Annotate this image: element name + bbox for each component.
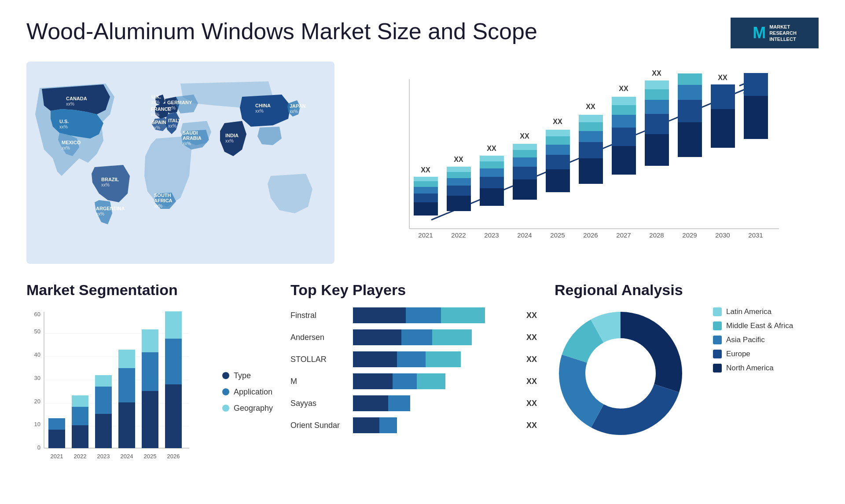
regional-title: Regional Analysis: [555, 281, 819, 299]
player-bar-orient-sundar: [353, 417, 518, 433]
player-bar-sayyas-s1: [353, 395, 388, 411]
legend-application: Application: [222, 387, 273, 397]
svg-rect-124: [72, 425, 88, 448]
svg-text:xx%: xx%: [62, 146, 70, 150]
svg-text:SOUTH: SOUTH: [154, 193, 171, 198]
player-bar-sayyas-s2: [388, 395, 410, 411]
svg-text:XX: XX: [750, 70, 761, 72]
seg-legend: Type Application Geography: [218, 371, 273, 413]
svg-text:xx%: xx%: [96, 212, 104, 216]
legend-geography-dot: [222, 405, 229, 412]
player-bar-finstral-s1: [353, 307, 406, 323]
svg-text:2022: 2022: [74, 453, 87, 460]
legend-europe-color: [713, 350, 722, 358]
svg-rect-46: [447, 178, 471, 186]
svg-rect-45: [447, 186, 471, 196]
svg-rect-142: [165, 311, 182, 339]
player-bar-andersen-s2: [401, 329, 432, 345]
legend-north-america: North America: [713, 364, 793, 373]
seg-chart-area: 0 10 20 30 40 50 60: [26, 307, 273, 476]
player-bar-m-s1: [353, 373, 393, 389]
svg-text:2025: 2025: [550, 231, 565, 239]
svg-text:2024: 2024: [121, 453, 133, 460]
svg-rect-79: [612, 146, 636, 175]
svg-text:xx%: xx%: [183, 141, 191, 146]
player-name-stollar: STOLLAR: [290, 355, 348, 364]
svg-rect-137: [142, 352, 158, 391]
svg-text:xx%: xx%: [290, 109, 298, 114]
svg-text:2029: 2029: [682, 231, 697, 239]
svg-rect-67: [546, 145, 570, 155]
legend-application-dot: [222, 388, 229, 395]
svg-rect-87: [645, 114, 669, 134]
svg-rect-82: [612, 105, 636, 115]
svg-rect-72: [579, 158, 603, 184]
svg-text:CANADA: CANADA: [66, 96, 87, 101]
svg-rect-51: [480, 188, 504, 206]
svg-text:2027: 2027: [616, 231, 631, 239]
svg-text:2031: 2031: [748, 231, 763, 239]
player-bar-andersen: [353, 329, 518, 345]
svg-text:U.K.: U.K.: [151, 94, 161, 99]
player-row-stollar: STOLLAR XX: [290, 351, 537, 367]
top-section: CANADA xx% U.S. xx% MEXICO xx% BRAZIL xx…: [26, 62, 819, 264]
svg-rect-121: [48, 430, 65, 448]
regional-legend: Latin America Middle East & Africa Asia …: [713, 307, 793, 373]
players-list: Finstral XX Andersen: [290, 307, 537, 433]
player-name-sayyas: Sayyas: [290, 399, 348, 408]
player-value-finstral: XX: [526, 311, 537, 320]
svg-text:2026: 2026: [167, 453, 180, 460]
svg-text:40: 40: [34, 351, 40, 358]
svg-text:CHINA: CHINA: [255, 103, 271, 108]
logo-line2: RESEARCH: [769, 30, 797, 36]
page-container: Wood-Aluminum Windows Market Size and Sc…: [0, 0, 845, 504]
svg-text:MEXICO: MEXICO: [62, 140, 81, 145]
player-bar-orient-sundar-s2: [379, 417, 397, 433]
player-bar-orient-sundar-s1: [353, 417, 379, 433]
legend-middle-east-africa-label: Middle East & Africa: [726, 321, 793, 330]
legend-europe-label: Europe: [726, 350, 750, 358]
segmentation-container: Market Segmentation 0 10 20 30 40 50: [26, 281, 273, 504]
svg-text:2024: 2024: [517, 231, 532, 239]
logo-line1: MARKET: [769, 24, 797, 30]
svg-text:GERMANY: GERMANY: [167, 100, 192, 105]
svg-text:JAPAN: JAPAN: [290, 103, 306, 109]
svg-text:2021: 2021: [418, 231, 433, 239]
svg-rect-40: [414, 181, 438, 187]
svg-rect-90: [645, 80, 669, 89]
player-bar-stollar-s3: [426, 351, 461, 367]
svg-text:XX: XX: [685, 70, 694, 72]
player-bar-sayyas: [353, 395, 518, 411]
bottom-section: Market Segmentation 0 10 20 30 40 50: [26, 281, 819, 504]
svg-text:20: 20: [34, 398, 40, 405]
players-title: Top Key Players: [290, 281, 537, 299]
svg-rect-81: [612, 115, 636, 128]
svg-rect-132: [118, 402, 135, 448]
legend-middle-east-africa: Middle East & Africa: [713, 321, 793, 330]
player-bar-finstral: [353, 307, 518, 323]
svg-text:xx%: xx%: [225, 139, 234, 143]
svg-text:xx%: xx%: [101, 183, 110, 187]
regional-inner: Latin America Middle East & Africa Asia …: [555, 307, 819, 439]
svg-rect-41: [414, 177, 438, 181]
player-bar-stollar-s1: [353, 351, 397, 367]
svg-text:XX: XX: [586, 103, 595, 110]
logo-letter: M: [753, 24, 766, 42]
player-value-stollar: XX: [526, 355, 537, 364]
svg-text:XX: XX: [553, 118, 562, 125]
legend-geography: Geography: [222, 404, 273, 413]
svg-rect-37: [414, 202, 438, 215]
svg-rect-47: [447, 172, 471, 178]
svg-rect-52: [480, 177, 504, 188]
svg-rect-69: [546, 130, 570, 136]
regional-container: Regional Analysis: [555, 281, 819, 504]
svg-text:2023: 2023: [484, 231, 499, 239]
segmentation-chart-svg: 0 10 20 30 40 50 60: [26, 307, 194, 475]
svg-text:ARABIA: ARABIA: [183, 135, 202, 141]
page-title: Wood-Aluminum Windows Market Size and Sc…: [26, 18, 537, 45]
logo-box: M MARKET RESEARCH INTELLECT: [731, 18, 819, 48]
legend-type: Type: [222, 371, 273, 380]
svg-rect-103: [744, 96, 768, 139]
svg-text:BRAZIL: BRAZIL: [101, 177, 119, 182]
svg-rect-104: [744, 73, 768, 96]
